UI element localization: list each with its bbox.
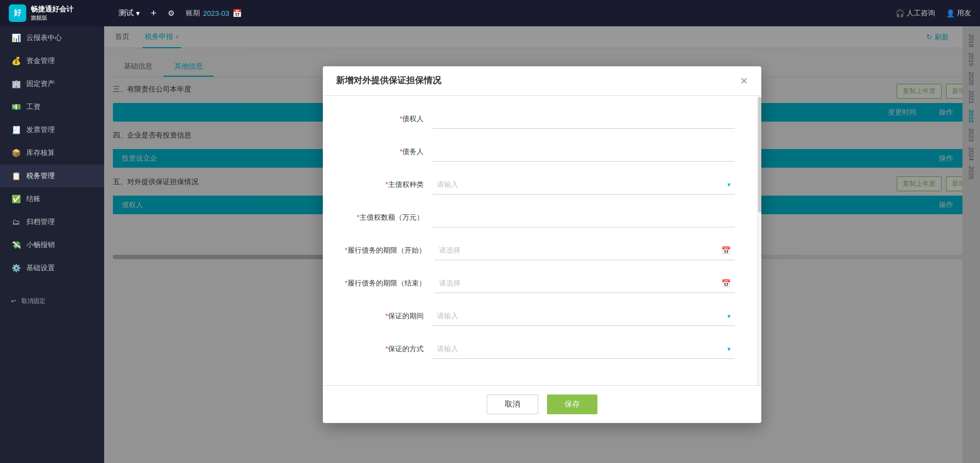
modal-body: *债权人 *债务人 *主债权种类 请输入 (323, 96, 757, 385)
modal-title: 新增对外提供保证担保情况 (336, 75, 441, 87)
logo-text-main: 畅捷通好会计 (31, 4, 73, 14)
user-icon: 👤 (946, 9, 955, 18)
guarantee-method-label: *保证的方式 (345, 344, 432, 354)
form-row-period-start: *履行债务的期限（开始） 请选择 📅 (345, 241, 735, 260)
logo-text-sub: 旗舰版 (31, 14, 73, 22)
cancel-button[interactable]: 取消 (487, 395, 538, 414)
sidebar-item-jichushezhi[interactable]: ⚙️ 基础设置 (0, 256, 104, 279)
period-start-picker[interactable]: 请选择 📅 (435, 241, 735, 260)
sidebar: 📊 云报表中心 💰 资金管理 🏢 固定资产 💵 工资 🧾 发票管理 📦 库存核算… (0, 26, 104, 463)
user-menu[interactable]: 👤 用友 (946, 8, 971, 18)
chevron-down-period-icon: ▾ (727, 312, 731, 320)
period-start-label: *履行债务的期限（开始） (345, 245, 435, 255)
sidebar-item-fapiao[interactable]: 🧾 发票管理 (0, 118, 104, 141)
sidebar-item-label: 取消固定 (21, 297, 45, 305)
sidebar-item-label: 发票管理 (26, 125, 55, 135)
period-selector[interactable]: 账期 2023-03 📅 (186, 8, 242, 18)
form-row-period-end: *履行债务的期限（结束） 请选择 📅 (345, 273, 735, 293)
chevron-down-method-icon: ▾ (727, 345, 731, 353)
chart-icon: 📊 (11, 33, 21, 43)
modal-header: 新增对外提供保证担保情况 ✕ (323, 66, 761, 96)
period-end-picker[interactable]: 请选择 📅 (435, 273, 735, 293)
sidebar-item-yunbaobiao[interactable]: 📊 云报表中心 (0, 26, 104, 49)
save-button[interactable]: 保存 (547, 395, 597, 414)
sidebar-item-label: 结账 (26, 194, 41, 204)
modal-footer: 取消 保存 (323, 385, 761, 423)
sidebar-item-gongzi[interactable]: 💵 工资 (0, 95, 104, 118)
undo-icon: ↩ (11, 298, 16, 305)
form-row-claim-type: *主债权种类 请输入 ▾ (345, 175, 735, 195)
modal-close-button[interactable]: ✕ (740, 76, 748, 86)
inventory-icon: 📦 (11, 148, 21, 158)
form-row-guarantee-method: *保证的方式 请输入 ▾ (345, 339, 735, 359)
sidebar-item-label: 小畅报销 (26, 240, 55, 250)
claim-type-label: *主债权种类 (345, 180, 432, 190)
form-row-guarantee-period: *保证的期间 请输入 ▾ (345, 306, 735, 326)
sidebar-item-zijin[interactable]: 💰 资金管理 (0, 49, 104, 72)
logo: 好 畅捷通好会计 旗舰版 (9, 4, 113, 22)
tax-icon: 📋 (11, 171, 21, 181)
sidebar-item-gudingzichan[interactable]: 🏢 固定资产 (0, 72, 104, 95)
sidebar-item-jiezhang[interactable]: ✅ 结账 (0, 187, 104, 210)
company-name[interactable]: 测试 ▾ (118, 8, 140, 18)
modal-scrollbar[interactable] (757, 96, 761, 385)
form-row-claim-amount: *主债权数额（万元） (345, 208, 735, 227)
form-row-debtor: *债务人 (345, 142, 735, 162)
sidebar-item-label: 基础设置 (26, 263, 55, 273)
sidebar-item-label: 税务管理 (26, 171, 55, 181)
sidebar-item-label: 固定资产 (26, 79, 55, 89)
logo-icon: 好 (9, 4, 26, 22)
creditor-input[interactable] (432, 109, 735, 129)
sidebar-item-label: 归档管理 (26, 217, 55, 227)
sidebar-item-shuiwu[interactable]: 📋 税务管理 (0, 164, 104, 187)
chevron-down-icon: ▾ (727, 181, 731, 188)
sidebar-item-label: 资金管理 (26, 56, 55, 66)
guarantee-period-label: *保证的期间 (345, 311, 432, 321)
money-icon: 💰 (11, 56, 21, 66)
support-button[interactable]: 🎧 人工咨询 (896, 8, 935, 18)
calendar-icon: 📅 (232, 9, 242, 18)
close-book-icon: ✅ (11, 194, 21, 204)
sidebar-item-label: 云报表中心 (26, 33, 62, 43)
sidebar-item-label: 工资 (26, 102, 41, 112)
guarantee-period-select[interactable]: 请输入 ▾ (432, 306, 735, 326)
gear-icon[interactable]: ⚙ (168, 9, 175, 18)
topbar: 好 畅捷通好会计 旗舰版 测试 ▾ + ⚙ 账期 2023-03 📅 🎧 人工咨… (0, 0, 980, 26)
sidebar-item-kucun[interactable]: 📦 库存核算 (0, 141, 104, 164)
headset-icon: 🎧 (896, 9, 904, 18)
claim-amount-input[interactable] (432, 208, 735, 227)
modal-overlay: 新增对外提供保证担保情况 ✕ *债权人 *债务人 (104, 26, 980, 463)
creditor-label: *债权人 (345, 114, 432, 124)
debtor-input[interactable] (432, 142, 735, 162)
modal-add-guarantee: 新增对外提供保证担保情况 ✕ *债权人 *债务人 (323, 66, 761, 423)
archive-icon: 🗂 (11, 217, 21, 227)
claim-amount-label: *主债权数额（万元） (345, 213, 432, 222)
sidebar-item-label: 库存核算 (26, 148, 55, 158)
modal-scrollbar-thumb (758, 97, 761, 213)
topbar-right: 🎧 人工咨询 👤 用友 (896, 8, 971, 18)
claim-type-select[interactable]: 请输入 ▾ (432, 175, 735, 195)
sidebar-item-xiaochang[interactable]: 💸 小畅报销 (0, 233, 104, 256)
building-icon: 🏢 (11, 79, 21, 89)
sidebar-item-quxiaogudingzichan[interactable]: ↩ 取消固定 (0, 290, 104, 312)
expense-icon: 💸 (11, 240, 21, 250)
period-end-label: *履行债务的期限（结束） (345, 278, 435, 288)
salary-icon: 💵 (11, 102, 21, 112)
invoice-icon: 🧾 (11, 125, 21, 135)
form-row-creditor: *债权人 (345, 109, 735, 129)
sidebar-item-guidang[interactable]: 🗂 归档管理 (0, 210, 104, 233)
guarantee-method-select[interactable]: 请输入 ▾ (432, 339, 735, 359)
topbar-center: 测试 ▾ + ⚙ 账期 2023-03 📅 (113, 8, 896, 19)
add-icon[interactable]: + (151, 8, 157, 19)
calendar-end-icon: 📅 (721, 279, 731, 288)
settings-icon: ⚙️ (11, 263, 21, 273)
debtor-label: *债务人 (345, 147, 432, 157)
calendar-start-icon: 📅 (721, 246, 731, 255)
